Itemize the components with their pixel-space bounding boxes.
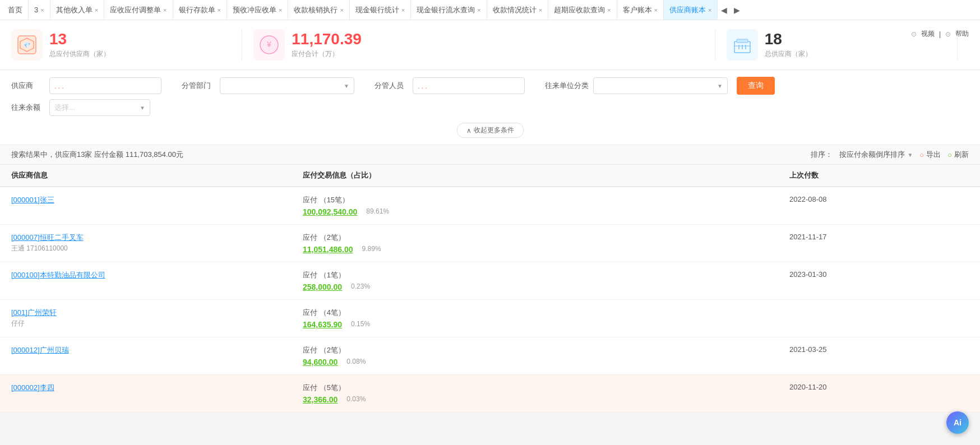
payable-amount-2[interactable]: 258,000.00 bbox=[303, 282, 342, 291]
last-pay-cell-1: 2021-11-17 bbox=[789, 233, 969, 241]
payable-label-3: 应付 bbox=[303, 308, 317, 317]
supplier-filter-label: 供应商 bbox=[11, 81, 45, 91]
supplier-link-5[interactable]: [000002]李四 bbox=[11, 383, 54, 392]
last-pay-cell-5: 2020-11-20 bbox=[789, 383, 969, 391]
supplier-cell-0: [000001]张三 bbox=[11, 195, 303, 205]
supplier-account-close[interactable]: × bbox=[708, 7, 711, 13]
payable-label-row-2: 应付 （1笔） bbox=[303, 270, 789, 280]
balance-select[interactable]: 选择... ▼ bbox=[49, 99, 150, 116]
nav-tab-receipt-stat[interactable]: 收款情况统计 × bbox=[487, 0, 548, 20]
balance-arrow-icon: ▼ bbox=[140, 105, 145, 111]
category-filter-label: 往来单位分类 bbox=[545, 81, 589, 91]
stat-block-payable: ¥ 11,170.39 应付合计（万） bbox=[253, 29, 715, 61]
payable-percent-1: 9.89% bbox=[362, 245, 381, 253]
search-button[interactable]: 查询 bbox=[737, 77, 775, 95]
result-summary: 搜索结果中，供应商13家 应付金额 111,703,854.00元 bbox=[11, 150, 183, 160]
collapse-icon: ∧ bbox=[466, 127, 471, 135]
circle-icon2: ⊙ bbox=[945, 30, 951, 38]
payable-amount-4[interactable]: 94,600.00 bbox=[303, 358, 338, 367]
payable-count-4: （2笔） bbox=[320, 346, 345, 354]
nav-tab-receipt-verify[interactable]: 收款核销执行 × bbox=[288, 0, 349, 20]
payable-stat-icon: ¥ bbox=[253, 29, 285, 61]
nav-tab-other-income[interactable]: 其他收入单 × bbox=[50, 0, 104, 20]
toolbar: 搜索结果中，供应商13家 应付金额 111,703,854.00元 排序： 按应… bbox=[0, 145, 980, 165]
tab3-close[interactable]: × bbox=[40, 7, 44, 13]
payable-label-1: 应付 bbox=[303, 233, 317, 242]
supplier-link-0[interactable]: [000001]张三 bbox=[11, 196, 54, 204]
collapse-button[interactable]: ∧ 收起更多条件 bbox=[457, 123, 524, 138]
category-select[interactable]: ▼ bbox=[593, 77, 728, 94]
nav-tab-cash-bank-stat[interactable]: 现金银行统计 × bbox=[350, 0, 411, 20]
table-header: 供应商信息 应付交易信息（占比） 上次付数 bbox=[0, 165, 980, 187]
payable-amount-5[interactable]: 32,366.00 bbox=[303, 395, 338, 404]
total-supplier-count: 18 bbox=[765, 31, 812, 47]
export-label: 导出 bbox=[926, 150, 941, 160]
prepay-close[interactable]: × bbox=[279, 7, 282, 13]
stat-text-payable: 11,170.39 应付合计（万） bbox=[292, 31, 362, 59]
receipt-stat-close[interactable]: × bbox=[539, 7, 542, 13]
supplier-table: 供应商信息 应付交易信息（占比） 上次付数 [000001]张三 应付 （15笔… bbox=[0, 165, 980, 412]
supplier-link-4[interactable]: [000012]广州贝瑞 bbox=[11, 346, 69, 354]
export-circle-icon: ○ bbox=[919, 151, 924, 159]
nav-next-arrow[interactable]: ▶ bbox=[731, 0, 743, 20]
nav-tab-bank-deposit[interactable]: 银行存款单 × bbox=[173, 0, 227, 20]
dept-select[interactable]: ▼ bbox=[220, 77, 354, 94]
receipt-verify-close[interactable]: × bbox=[340, 7, 343, 13]
cash-bank-stat-close[interactable]: × bbox=[401, 7, 405, 13]
nav-tab-customer-account[interactable]: 客户账本 × bbox=[617, 0, 664, 20]
last-pay-cell-0: 2022-08-08 bbox=[789, 195, 969, 203]
ap-adjust-label: 应收应付调整单 bbox=[110, 5, 161, 15]
svg-text:💎: 💎 bbox=[24, 41, 31, 49]
supplier-link-1[interactable]: [000007]恒旺二手叉车 bbox=[11, 233, 84, 242]
supplier-account-label: 供应商账本 bbox=[669, 5, 706, 15]
other-income-close[interactable]: × bbox=[95, 7, 98, 13]
supplier-stat-icon: 💎 bbox=[11, 29, 43, 61]
table-row: [000002]李四 应付 （5笔） 32,366.00 0.03% 2020-… bbox=[0, 375, 980, 412]
payable-percent-4: 0.08% bbox=[346, 358, 366, 365]
nav-tab-supplier-account[interactable]: 供应商账本 × bbox=[664, 0, 718, 20]
prepay-label: 预收冲应收单 bbox=[233, 5, 276, 15]
col-supplier-info: 供应商信息 bbox=[11, 170, 303, 180]
nav-tab-ap-adjust[interactable]: 应收应付调整单 × bbox=[104, 0, 173, 20]
supplier-input[interactable]: ... bbox=[49, 77, 161, 94]
nav-tab-overdue[interactable]: 超期应收款查询 × bbox=[548, 0, 617, 20]
supplier-sub-1: 王通 17106110000 bbox=[11, 244, 303, 253]
payable-amount-1[interactable]: 11,051,486.00 bbox=[303, 245, 353, 254]
dept-filter-label: 分管部门 bbox=[182, 81, 215, 91]
header-links: ⊙ 视频 | ⊙ 帮助 bbox=[911, 29, 969, 39]
cash-bank-flow-close[interactable]: × bbox=[477, 7, 480, 13]
supplier-link-3[interactable]: [001]广州荣轩 bbox=[11, 308, 57, 317]
payable-label-4: 应付 bbox=[303, 346, 317, 354]
supplier-link-2[interactable]: [000100]本特勤油品有限公司 bbox=[11, 271, 105, 279]
sort-select[interactable]: 按应付余额倒序排序 ▼ bbox=[839, 150, 913, 160]
nav-tab-home[interactable]: 首页 bbox=[2, 0, 29, 20]
supplier-count: 13 bbox=[49, 31, 110, 47]
filter-item-category: 往来单位分类 ▼ bbox=[545, 77, 728, 94]
balance-value: 选择... bbox=[54, 103, 75, 113]
payable-amount-3[interactable]: 164,635.90 bbox=[303, 320, 342, 329]
supplier-cell-2: [000100]本特勤油品有限公司 bbox=[11, 270, 303, 280]
supplier-cell-1: [000007]恒旺二手叉车 王通 17106110000 bbox=[11, 233, 303, 253]
refresh-label: 刷新 bbox=[954, 150, 969, 160]
ap-adjust-close[interactable]: × bbox=[163, 7, 167, 13]
dept-arrow-icon: ▼ bbox=[344, 83, 349, 89]
customer-account-close[interactable]: × bbox=[654, 7, 658, 13]
refresh-circle-icon: ○ bbox=[947, 151, 952, 159]
payable-amount-0[interactable]: 100,092,540.00 bbox=[303, 207, 357, 216]
supplier-cell-3: [001]广州荣轩 仔仔 bbox=[11, 308, 303, 328]
nav-tab-cash-bank-flow[interactable]: 现金银行流水查询 × bbox=[411, 0, 487, 20]
person-input[interactable]: ... bbox=[413, 77, 525, 94]
filter-item-supplier: 供应商 ... bbox=[11, 77, 161, 94]
bank-deposit-close[interactable]: × bbox=[218, 7, 221, 13]
export-button[interactable]: ○ 导出 bbox=[919, 150, 941, 160]
nav-tab-prepay[interactable]: 预收冲应收单 × bbox=[227, 0, 288, 20]
overdue-close[interactable]: × bbox=[607, 7, 611, 13]
video-link[interactable]: 视频 bbox=[921, 29, 935, 39]
top-navigation: 首页 3 × 其他收入单 × 应收应付调整单 × 银行存款单 × 预收冲应收单 … bbox=[0, 0, 980, 20]
help-link[interactable]: 帮助 bbox=[955, 29, 969, 39]
circle-icon: ⊙ bbox=[911, 30, 917, 38]
supplier-cell-4: [000012]广州贝瑞 bbox=[11, 345, 303, 355]
refresh-button[interactable]: ○ 刷新 bbox=[947, 150, 969, 160]
nav-prev-arrow[interactable]: ◀ bbox=[718, 0, 731, 20]
nav-tab-3[interactable]: 3 × bbox=[29, 0, 50, 20]
